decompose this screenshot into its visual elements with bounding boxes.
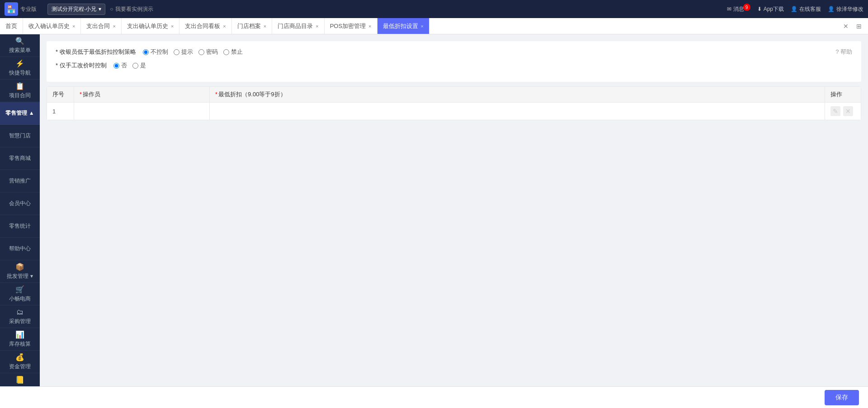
sidebar-item-retail-mall[interactable]: 零售商城 (0, 147, 40, 170)
sidebar-item-wholesale-label: 批发管理 ▾ (7, 272, 33, 280)
tab-pos-encrypt[interactable]: POS加密管理 × (325, 18, 377, 34)
sidebar-item-quicknav[interactable]: ⚡ 快捷导航 (0, 57, 40, 80)
sidebar-item-retail-mall-label: 零售商城 (9, 155, 31, 162)
sidebar-item-search[interactable]: 🔍 搜索菜单 (0, 34, 40, 57)
tabbar: 首页 收入确认单历史 × 支出合同 × 支出确认单历史 × 支出合同看板 × 门… (0, 18, 868, 34)
sidebar-item-contract[interactable]: 📋 项目合同 (0, 80, 40, 102)
tab-expense-contract-label: 支出合同 (86, 22, 110, 30)
tab-expense-contract[interactable]: 支出合同 × (81, 18, 121, 34)
sidebar-item-marketing[interactable]: 营销推广 (0, 170, 40, 192)
manual-no-label: 否 (121, 61, 127, 70)
inventory-icon: 📊 (15, 330, 24, 339)
edit-button[interactable]: ✎ (830, 106, 840, 116)
sidebar-item-member[interactable]: 会员中心 (0, 192, 40, 215)
policy-no-control[interactable]: 不控制 (143, 48, 168, 56)
support-icon: 👤 (791, 6, 797, 12)
contract-icon: 📋 (15, 82, 24, 90)
sidebar-item-purchase-label: 采购管理 (9, 318, 31, 325)
policy-label: * 收银员低于最低折扣控制策略 (56, 48, 136, 56)
tab-expense-confirm-history-label: 支出确认单历史 (127, 22, 168, 30)
tab-expense-contract-board[interactable]: 支出合同看板 × (179, 18, 231, 34)
sidebar-item-retail[interactable]: 零售管理 ▲ (0, 102, 40, 125)
sidebar-item-finance[interactable]: 💰 资金管理 (0, 351, 40, 373)
sidebar-item-inventory[interactable]: 📊 库存核算 (0, 328, 40, 351)
close-icon[interactable]: × (264, 23, 266, 29)
manual-radio-group: 否 是 (113, 61, 146, 70)
manual-yes[interactable]: 是 (132, 61, 146, 70)
manual-yes-radio[interactable] (132, 63, 138, 69)
close-icon[interactable]: × (72, 23, 75, 29)
policy-remind-radio[interactable] (174, 49, 179, 55)
sidebar-item-purchase[interactable]: 🗂 采购管理 (0, 305, 40, 328)
sidebar-item-search-label: 搜索菜单 (9, 47, 31, 54)
tab-expense-confirm-history[interactable]: 支出确认单历史 × (122, 18, 179, 34)
flash-icon: ⚡ (15, 59, 24, 68)
wholesale-icon: 📦 (15, 263, 24, 271)
tab-min-discount-label: 最低折扣设置 (383, 22, 418, 30)
main-layout: 🔍 搜索菜单 ⚡ 快捷导航 📋 项目合同 零售管理 ▲ 智慧门店 零售商城 营销… (0, 34, 868, 386)
close-icon[interactable]: × (223, 23, 226, 29)
app-download-label: App下载 (764, 5, 784, 13)
policy-no-control-label: 不控制 (151, 48, 168, 56)
policy-forbid-label: 禁止 (231, 48, 243, 56)
sidebar-item-member-label: 会员中心 (9, 200, 31, 207)
topbar-right: ✉ 消息 9 ⬇ App下载 👤 在线客服 👤 徐泽华修改 (727, 5, 863, 13)
online-support-button[interactable]: 👤 在线客服 (791, 5, 821, 13)
help-icon[interactable]: ? 帮助 (835, 48, 852, 56)
app-download-button[interactable]: ⬇ App下载 (757, 5, 784, 13)
tab-income-confirm-history[interactable]: 收入确认单历史 × (23, 18, 81, 34)
tab-expense-contract-board-label: 支出合同看板 (185, 22, 220, 30)
manual-no-radio[interactable] (113, 63, 119, 69)
delete-button[interactable]: ✕ (843, 106, 853, 116)
table-header-row: 序号 *操作员 *最低折扣（9.00等于9折） 操作 (47, 87, 861, 103)
close-icon[interactable]: × (113, 23, 115, 29)
project-name: 测试分开完程·小兄 (52, 5, 96, 13)
sidebar-item-smart-store[interactable]: 智慧门店 (0, 125, 40, 147)
tab-store-products[interactable]: 门店商品目录 × (272, 18, 324, 34)
policy-no-control-radio[interactable] (143, 49, 149, 55)
policy-remind[interactable]: 提示 (174, 48, 193, 56)
tab-home[interactable]: 首页 (0, 18, 23, 34)
messages-label: 消息 (733, 5, 744, 13)
sidebar-item-wholesale[interactable]: 📦 批发管理 ▾ (0, 260, 40, 283)
policy-password-label: 密码 (206, 48, 218, 56)
tab-min-discount[interactable]: 最低折扣设置 × (377, 18, 429, 34)
sidebar-item-help-label: 帮助中心 (9, 245, 31, 253)
sidebar-item-retail-stats-label: 零售统计 (9, 222, 31, 230)
row-actions: ✎ ✕ (830, 106, 855, 116)
messages-button[interactable]: ✉ 消息 9 (727, 5, 750, 13)
tab-store-archive[interactable]: 门店档案 × (232, 18, 272, 34)
cell-index: 1 (47, 103, 74, 120)
sidebar-item-ecommerce[interactable]: 🛒 小畅电商 (0, 283, 40, 305)
close-icon[interactable]: × (316, 23, 318, 29)
chevron-down-icon: ▾ (99, 6, 101, 12)
sidebar-item-ecommerce-label: 小畅电商 (9, 295, 31, 303)
sidebar-item-retail-stats[interactable]: 零售统计 (0, 215, 40, 238)
policy-forbid[interactable]: 禁止 (223, 48, 243, 56)
form-card: * 收银员低于最低折扣控制策略 不控制 提示 密码 (47, 41, 861, 82)
policy-password[interactable]: 密码 (198, 48, 218, 56)
close-icon[interactable]: × (421, 23, 424, 29)
demo-link[interactable]: ○ 我要看实例演示 (110, 5, 153, 13)
sidebar-item-help[interactable]: 帮助中心 (0, 238, 40, 260)
user-profile-button[interactable]: 👤 徐泽华修改 (828, 5, 863, 13)
sidebar-item-quicknav-label: 快捷导航 (9, 69, 31, 77)
close-icon[interactable]: × (171, 23, 174, 29)
policy-password-radio[interactable] (198, 49, 204, 55)
policy-forbid-radio[interactable] (223, 49, 229, 55)
logo: 🏪 专业版 (5, 2, 43, 16)
table-card: 序号 *操作员 *最低折扣（9.00等于9折） 操作 1 ✎ (47, 86, 861, 120)
close-tab-button[interactable]: ✕ (840, 21, 851, 32)
policy-row: * 收银员低于最低折扣控制策略 不控制 提示 密码 (56, 48, 852, 56)
close-icon[interactable]: × (368, 23, 371, 29)
manual-label: * 仅手工改价时控制 (56, 61, 107, 70)
manual-no[interactable]: 否 (113, 61, 127, 70)
col-header-action: 操作 (825, 87, 861, 103)
expand-tab-button[interactable]: ⊞ (854, 21, 864, 32)
download-icon: ⬇ (757, 6, 762, 12)
project-selector[interactable]: 测试分开完程·小兄 ▾ (47, 4, 105, 15)
sidebar-item-ledger[interactable]: 📒 总账管理 (0, 373, 40, 386)
sidebar-item-smart-store-label: 智慧门店 (9, 132, 31, 140)
finance-icon: 💰 (15, 353, 24, 361)
save-button[interactable]: 保存 (825, 390, 859, 405)
